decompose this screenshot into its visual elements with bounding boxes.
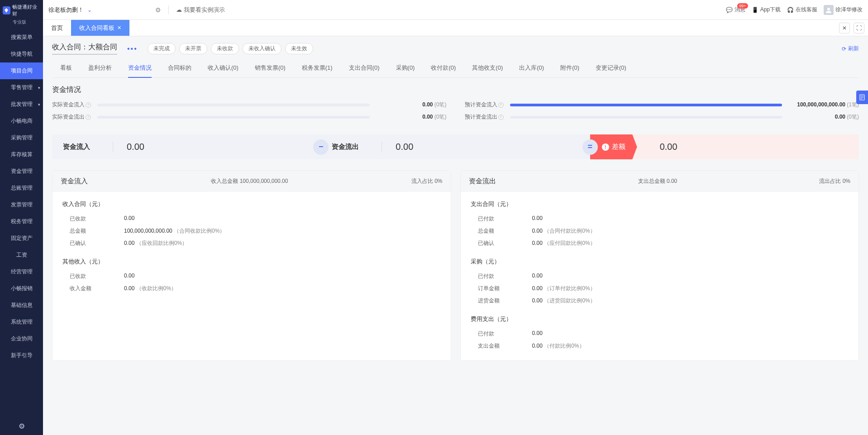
- inner-tab-4[interactable]: 收入确认(0): [200, 59, 247, 77]
- inner-tab-11[interactable]: 出入库(0): [511, 59, 552, 77]
- sidebar-item-11[interactable]: 税务管理: [0, 213, 43, 230]
- help-icon[interactable]: ?: [86, 115, 91, 120]
- fund-label: 预计资金流出 ?: [465, 113, 506, 121]
- row-key: 订单金额: [478, 285, 532, 292]
- inner-tab-0[interactable]: 看板: [52, 59, 80, 77]
- demo-link[interactable]: ☁ 我要看实例演示: [176, 6, 225, 14]
- fund-row: 实际资金流出 ?0.00 (0笔): [52, 113, 447, 121]
- panel-data-row: 订单金额0.00 （订单付款比例0%）: [471, 282, 849, 295]
- refresh-button[interactable]: ⟳ 刷新: [842, 45, 859, 53]
- help-icon[interactable]: ?: [86, 102, 91, 108]
- inner-tab-5[interactable]: 销售发票(0): [247, 59, 294, 77]
- row-key: 已确认: [70, 239, 124, 247]
- summary-strip: 资金流入 0.00 − 资金流出 0.00 = ! 差额 0.00: [52, 134, 859, 159]
- tab-contract-board[interactable]: 收入合同看板 ✕: [71, 20, 129, 36]
- sidebar-item-13[interactable]: 工资: [0, 247, 43, 263]
- funds-expected-column: 预计资金流入 ?100,000,000,000.00 (1笔)预计资金流出 ?0…: [465, 101, 859, 125]
- help-icon[interactable]: ?: [498, 102, 504, 108]
- close-all-tabs-button[interactable]: ✕: [839, 23, 850, 33]
- messages-button[interactable]: 💬 消息 99+: [726, 6, 745, 14]
- topbar: 徐老板勿删！ ⌄ ⚙ ☁ 我要看实例演示 💬 消息 99+ 📱 App下载: [43, 0, 868, 20]
- sidebar-item-8[interactable]: 资金管理: [0, 163, 43, 180]
- panel-data-row: 已收款0.00: [62, 270, 441, 282]
- sidebar-item-5[interactable]: 小畅电商: [0, 113, 43, 129]
- inner-tab-7[interactable]: 支出合同(0): [341, 59, 388, 77]
- inner-tab-12[interactable]: 附件(0): [552, 59, 587, 77]
- sidebar-item-label: 小畅报销: [11, 285, 33, 292]
- sidebar-item-label: 项目合同: [11, 67, 33, 75]
- status-pill-4[interactable]: 未生效: [285, 43, 313, 54]
- help-icon[interactable]: ?: [498, 115, 504, 120]
- sidebar-item-15[interactable]: 小畅报销: [0, 280, 43, 297]
- row-value: 0.00 （应收回款比例0%）: [124, 239, 441, 247]
- sidebar-item-18[interactable]: 企业协同: [0, 330, 43, 347]
- contract-name: 大额合同: [88, 43, 117, 51]
- company-settings-icon[interactable]: ⚙: [155, 6, 161, 14]
- user-menu[interactable]: 徐泽华修改: [824, 5, 863, 15]
- status-pill-3[interactable]: 未收入确认: [243, 43, 281, 54]
- inner-tab-13[interactable]: 变更记录(0): [587, 59, 634, 77]
- sidebar-item-0[interactable]: 搜索菜单: [0, 29, 43, 46]
- minus-operator: −: [313, 139, 329, 155]
- sidebar-item-label: 采购管理: [11, 134, 33, 142]
- sidebar-item-6[interactable]: 采购管理: [0, 129, 43, 146]
- inner-tab-3[interactable]: 合同标的: [160, 59, 200, 77]
- row-value: 0.00: [124, 272, 441, 280]
- inner-tab-10[interactable]: 其他收支(0): [464, 59, 511, 77]
- inner-tab-8[interactable]: 采购(0): [388, 59, 423, 77]
- sidebar-item-14[interactable]: 经营管理: [0, 263, 43, 280]
- sidebar-item-9[interactable]: 总账管理: [0, 180, 43, 196]
- page-header: 收入合同：大额合同 ••• 未完成未开票未收款未收入确认未生效 ⟳ 刷新: [52, 43, 859, 55]
- sidebar-item-3[interactable]: 零售管理▾: [0, 79, 43, 96]
- inner-tab-1[interactable]: 盈利分析: [80, 59, 120, 77]
- outflow-panel: 资金流出 支出总金额 0.00 流出占比 0% 支出合同（元）已付款0.00总: [460, 170, 859, 361]
- equals-operator: =: [582, 139, 598, 155]
- sidebar-item-16[interactable]: 基础信息: [0, 297, 43, 314]
- app-download-button[interactable]: 📱 App下载: [752, 6, 781, 14]
- warning-icon: !: [602, 143, 609, 151]
- summary-inflow-label: 资金流入: [63, 143, 104, 151]
- more-actions-button[interactable]: •••: [123, 45, 142, 53]
- row-key: 支出金额: [478, 342, 532, 350]
- close-icon[interactable]: ✕: [117, 25, 121, 31]
- tab-home[interactable]: 首页: [43, 20, 71, 36]
- main-area: 徐老板勿删！ ⌄ ⚙ ☁ 我要看实例演示 💬 消息 99+ 📱 App下载: [43, 0, 868, 435]
- sidebar-settings[interactable]: ⚙: [0, 417, 43, 435]
- inner-tab-9[interactable]: 收付款(0): [423, 59, 464, 77]
- panel-section-title: 采购（元）: [471, 258, 849, 266]
- funds-bars: 实际资金流入 ?0.00 (0笔)实际资金流出 ?0.00 (0笔) 预计资金流…: [52, 101, 859, 125]
- inner-tab-2[interactable]: 资金情况: [120, 59, 160, 77]
- brand-edition: 专业版: [0, 19, 43, 29]
- sidebar-item-1[interactable]: 快捷导航: [0, 46, 43, 62]
- sidebar-item-19[interactable]: 新手引导: [0, 347, 43, 364]
- fund-row: 实际资金流入 ?0.00 (0笔): [52, 101, 447, 109]
- fullscreen-button[interactable]: ⛶: [854, 23, 864, 33]
- chevron-down-icon: ▾: [38, 102, 40, 107]
- row-value: 0.00 （订单付款比例0%）: [532, 285, 849, 292]
- row-key: 已付款: [478, 215, 532, 223]
- support-button[interactable]: 🎧 在线客服: [787, 6, 817, 14]
- status-pill-2[interactable]: 未收款: [211, 43, 239, 54]
- sidebar-item-7[interactable]: 库存核算: [0, 146, 43, 163]
- panel-data-row: 支出金额0.00 （付款比例0%）: [471, 340, 849, 352]
- inner-tab-6[interactable]: 税务发票(1): [294, 59, 341, 77]
- company-selector[interactable]: 徐老板勿删！ ⌄: [48, 6, 148, 14]
- sidebar-item-17[interactable]: 系统管理: [0, 314, 43, 330]
- side-float-button[interactable]: [856, 91, 868, 104]
- row-key: 总金额: [478, 227, 532, 235]
- row-key: 总金额: [70, 227, 124, 235]
- sidebar-item-label: 新手引导: [11, 352, 33, 359]
- sidebar-item-10[interactable]: 发票管理: [0, 196, 43, 213]
- fund-label: 实际资金流出 ?: [52, 113, 93, 121]
- fund-progress-bar: [510, 116, 782, 119]
- sidebar-item-2[interactable]: 项目合同: [0, 62, 43, 79]
- status-pill-1[interactable]: 未开票: [179, 43, 207, 54]
- inflow-panel-body: 收入合同（元）已收款0.00总金额100,000,000,000.00 （合同收…: [52, 192, 451, 303]
- outflow-panel-header: 资金流出 支出总金额 0.00 流出占比 0%: [461, 171, 859, 192]
- sidebar-item-4[interactable]: 批发管理▾: [0, 96, 43, 113]
- refresh-label: 刷新: [848, 45, 859, 53]
- content-scroll[interactable]: 收入合同：大额合同 ••• 未完成未开票未收款未收入确认未生效 ⟳ 刷新 看板盈…: [43, 36, 868, 435]
- status-pill-0[interactable]: 未完成: [148, 43, 176, 54]
- fund-progress-fill: [510, 104, 782, 106]
- sidebar-item-12[interactable]: 固定资产: [0, 230, 43, 247]
